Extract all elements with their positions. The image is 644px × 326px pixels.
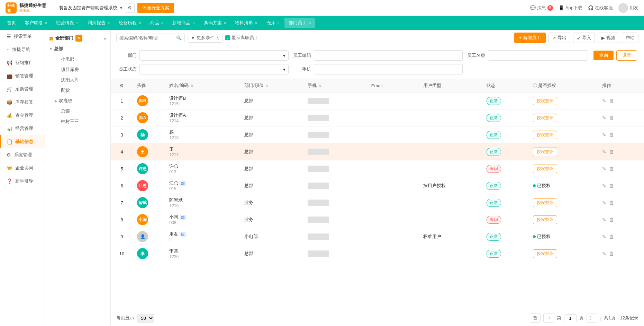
nav-close-icon[interactable]: ×: [76, 21, 78, 25]
edit-icon[interactable]: ✎: [602, 166, 606, 171]
dept-node-沈阳大库[interactable]: 沈阳大库: [45, 75, 110, 85]
sidebar-item-cooperation[interactable]: 🤝企业协同: [0, 161, 45, 175]
edit-icon[interactable]: ✎: [602, 115, 606, 121]
delete-icon[interactable]: 🗑: [609, 115, 614, 121]
nav-item-经营情况[interactable]: 经营情况×: [52, 18, 82, 28]
dept-node-总部[interactable]: 总部: [45, 106, 110, 116]
nav-close-icon[interactable]: ×: [108, 21, 110, 25]
nav-close-icon[interactable]: ×: [192, 21, 194, 25]
first-page-btn[interactable]: 首: [530, 314, 541, 323]
nav-close-icon[interactable]: ×: [161, 21, 163, 25]
nav-item-商品[interactable]: 商品×: [146, 18, 167, 28]
th-name[interactable]: 姓名/编码 ⇅: [165, 79, 240, 92]
page-size-select[interactable]: 50: [137, 314, 154, 323]
add-employee-btn[interactable]: + 新增员工: [514, 33, 546, 43]
sidebar-item-basic-info[interactable]: 📋基础信息: [0, 135, 45, 148]
sidebar-item-system[interactable]: ⚙系统管理: [0, 148, 45, 161]
delete-icon[interactable]: 🗑: [609, 166, 614, 171]
edit-icon[interactable]: ✎: [602, 234, 606, 239]
table-settings-icon[interactable]: ⚙: [120, 83, 124, 88]
online-service-btn[interactable]: 🎧 在线客服: [588, 5, 613, 11]
page-input[interactable]: [564, 314, 577, 322]
more-btn[interactable]: 帮助: [622, 33, 638, 43]
sidebar-item-purchase[interactable]: 🛒采购管理: [0, 82, 45, 96]
export-btn[interactable]: ↗ 导出: [548, 33, 570, 43]
delete-icon[interactable]: 🗑: [609, 217, 614, 222]
delete-icon[interactable]: 🗑: [609, 234, 614, 239]
nav-close-icon[interactable]: ×: [224, 21, 226, 25]
auth-login-btn[interactable]: 授权登录: [533, 249, 557, 258]
name-sort-icon[interactable]: ⇅: [191, 84, 193, 88]
reset-btn[interactable]: 设置: [616, 50, 637, 61]
search-input[interactable]: [119, 35, 175, 41]
dept-select[interactable]: ▾: [139, 50, 289, 61]
dept-edit-icon[interactable]: ✎: [75, 35, 82, 42]
th-settings[interactable]: ⚙: [111, 79, 133, 92]
settings-gear-icon[interactable]: ⚙: [125, 3, 135, 13]
sidebar-item-search-menu[interactable]: ☰搜索菜单: [0, 30, 45, 43]
auth-login-btn[interactable]: 授权登录: [533, 199, 557, 207]
nav-item-条码方案[interactable]: 条码方案×: [200, 18, 230, 28]
more-filter-btn[interactable]: ▼ 更多条件 ∧: [188, 33, 223, 43]
edit-icon[interactable]: ✎: [602, 251, 606, 256]
delete-icon[interactable]: 🗑: [609, 132, 614, 138]
empname-input[interactable]: [488, 50, 588, 61]
edit-icon[interactable]: ✎: [602, 149, 606, 155]
prev-page-btn[interactable]: 〈: [543, 314, 554, 323]
message-btn[interactable]: 💬 消息 5: [530, 5, 553, 11]
nav-item-部门员工[interactable]: 部门员工×: [284, 18, 315, 28]
sidebar-item-operations[interactable]: 📊经营管理: [0, 122, 45, 135]
next-page-btn[interactable]: 〉: [587, 314, 597, 323]
edit-icon[interactable]: ✎: [602, 98, 606, 104]
edit-icon[interactable]: ✎: [602, 132, 606, 138]
edit-icon[interactable]: ✎: [602, 200, 606, 205]
view-btn[interactable]: ▶ 视频: [598, 33, 619, 43]
import-btn[interactable]: ↙ 导入: [573, 33, 595, 43]
nav-close-icon[interactable]: ×: [278, 21, 280, 25]
auth-login-btn[interactable]: 授权登录: [533, 131, 557, 139]
nav-close-icon[interactable]: ×: [139, 21, 141, 25]
search-input-wrap[interactable]: 🔍: [116, 34, 185, 42]
dept-sort-icon[interactable]: ⇅: [265, 84, 268, 88]
auth-login-btn[interactable]: 授权登录: [533, 148, 557, 156]
nav-item-仓库[interactable]: 仓库×: [262, 18, 284, 28]
dept-node-总部[interactable]: ▼总部: [45, 44, 110, 54]
auth-login-btn[interactable]: 授权登录: [533, 215, 557, 224]
delete-icon[interactable]: 🗑: [609, 200, 614, 205]
auth-login-btn[interactable]: 授权登录: [533, 97, 557, 105]
search-icon[interactable]: 🔍: [176, 35, 182, 41]
dept-node-小电部[interactable]: 小电部: [45, 54, 110, 64]
nav-item-利润报告[interactable]: 利润报告×: [83, 18, 114, 28]
nav-item-经营历程[interactable]: 经营历程×: [115, 18, 145, 28]
nav-item-新增商品[interactable]: 新增商品×: [168, 18, 199, 28]
nav-close-icon[interactable]: ×: [255, 21, 257, 25]
system-dropdown-arrow[interactable]: ▾: [120, 6, 122, 10]
dept-node-配货[interactable]: 配货: [45, 85, 110, 96]
status-select[interactable]: ▾: [139, 64, 289, 74]
nav-close-icon[interactable]: ×: [309, 21, 311, 25]
show-resign-checkbox[interactable]: ✓ 显示离职员工: [225, 35, 258, 41]
nav-item-首页[interactable]: 首页: [3, 18, 20, 28]
edit-icon[interactable]: ✎: [602, 217, 606, 222]
phone-input[interactable]: [314, 64, 463, 74]
query-btn[interactable]: 查询: [593, 51, 614, 60]
phone-sort-icon[interactable]: ⇅: [319, 84, 321, 88]
nav-close-icon[interactable]: ×: [45, 21, 47, 25]
user-area[interactable]: 用友: [618, 3, 638, 13]
auth-login-btn[interactable]: 授权登录: [533, 114, 557, 122]
nav-item-物料清单[interactable]: 物料清单×: [231, 18, 261, 28]
delete-icon[interactable]: 🗑: [609, 98, 614, 104]
delete-icon[interactable]: 🗑: [609, 183, 614, 188]
sidebar-item-quick-nav[interactable]: ⌂快捷导航: [0, 43, 45, 56]
nav-item-客户联络[interactable]: 客户联络×: [21, 18, 51, 28]
app-download-btn[interactable]: 📱 App下载: [559, 5, 582, 11]
delete-icon[interactable]: 🗑: [609, 251, 614, 256]
dept-collapse-icon[interactable]: «: [104, 36, 106, 41]
dept-node-双鹿想[interactable]: ▶双鹿想: [45, 96, 110, 106]
empcode-input[interactable]: [314, 50, 463, 61]
th-dept[interactable]: 部门/职位 ⇅: [240, 79, 303, 92]
th-phone[interactable]: 手机 ⇅: [303, 79, 367, 92]
sidebar-item-marketing[interactable]: 📢营销推广: [0, 56, 45, 69]
sidebar-item-inventory[interactable]: 📦库存核算: [0, 96, 45, 109]
auth-login-btn[interactable]: 授权登录: [533, 165, 557, 173]
